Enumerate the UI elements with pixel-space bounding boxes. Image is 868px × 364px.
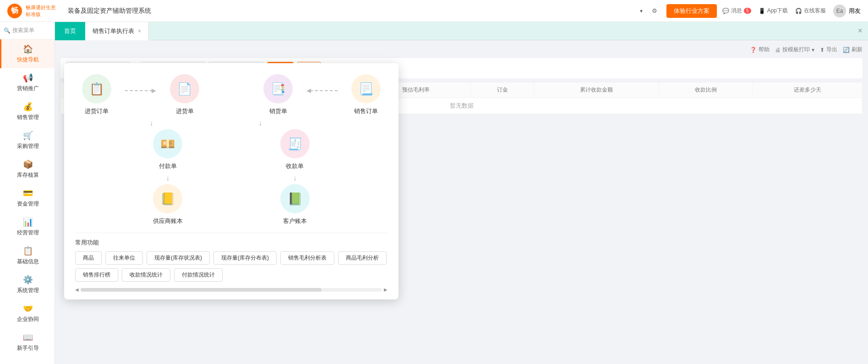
message-badge: 5 (744, 8, 751, 14)
sidebar-item-marketing[interactable]: 📢 营销推广 (0, 68, 55, 97)
logo-icon: 畅 (7, 4, 22, 18)
btn-product-gross[interactable]: 商品毛利分析 (338, 251, 387, 265)
flow-purchase-bill[interactable]: 📄 进货单 (170, 74, 199, 115)
scroll-thumb[interactable] (81, 288, 322, 292)
flow-supplier-ledger[interactable]: 📒 供应商账本 (153, 184, 183, 225)
system-dropdown[interactable]: ▾ (640, 8, 643, 14)
flow-sales-bill[interactable]: 📑 销货单 (263, 74, 293, 115)
flow-label-customer-ledger: 客户账本 (283, 217, 307, 225)
sales-icon: 💰 (23, 102, 33, 112)
tab-bar: 首页 销售订单执行表 × × (55, 22, 868, 40)
operation-icon: 📊 (23, 217, 33, 227)
tab-close-all-button[interactable]: × (857, 26, 868, 36)
flow-label-receipt-bill: 收款单 (286, 162, 304, 170)
page-content: ❓ 帮助 🖨 按模板打印 ▾ ⬆ 导出 🔄 刷新 (55, 40, 868, 364)
logo-area: 畅 畅康通好生意 标准版 (7, 4, 62, 18)
flow-receipt-bill[interactable]: 🧾 收款单 (280, 129, 310, 170)
spacer2 (188, 119, 224, 127)
enterprise-icon: 🤝 (23, 304, 33, 314)
flow-circle-customer-ledger: 📗 (280, 184, 310, 213)
spacer7 (331, 174, 377, 182)
flow-sales-order[interactable]: 📃 销售订单 (351, 74, 381, 115)
system-icon: ⚙️ (23, 275, 33, 285)
home-icon: 🏠 (23, 44, 33, 54)
spacer5 (86, 174, 131, 182)
scroll-left-arrow[interactable]: ◀ (75, 287, 79, 292)
flow-label-purchase-bill: 进货单 (176, 107, 194, 115)
search-menu[interactable]: 🔍 搜索菜单 (0, 22, 55, 39)
arrow-down-purchase: ↓ (137, 119, 166, 127)
sidebar-item-enterprise[interactable]: 🤝 企业协同 (0, 299, 55, 328)
header-right: 💬 消息 5 📱 App下载 🎧 在线客服 Ea 用友 (722, 5, 861, 17)
tab-sales-order[interactable]: 销售订单执行表 × (85, 22, 149, 40)
content-area: 首页 销售订单执行表 × × ❓ 帮助 🖨 按 (55, 22, 868, 364)
sidebar-item-newbie[interactable]: 📖 新手引导 (0, 328, 55, 357)
arrow-purchase-to-bill: ▶ (125, 87, 156, 94)
flow-label-sales-bill: 销货单 (269, 107, 287, 115)
sidebar-item-purchase[interactable]: 🛒 采购管理 (0, 126, 55, 155)
marketing-icon: 📢 (23, 73, 33, 83)
message-icon: 💬 (722, 8, 729, 14)
btn-receipt-stats[interactable]: 收款情况统计 (122, 268, 170, 282)
online-service-button[interactable]: 🎧 在线客服 (795, 7, 826, 15)
scroll-track[interactable] (81, 288, 382, 292)
sidebar-item-quick-nav[interactable]: 🏠 快捷导航 (0, 39, 55, 68)
gear-button[interactable]: ⚙ (648, 5, 661, 17)
avatar: Ea (833, 5, 846, 17)
arrow-down-sales: ↓ (246, 119, 275, 127)
sidebar-item-sales[interactable]: 💰 销售管理 (0, 97, 55, 126)
flow-label-supplier-ledger: 供应商账本 (153, 217, 183, 225)
scroll-right-arrow[interactable]: ▶ (384, 287, 388, 292)
spacer3 (297, 119, 326, 127)
sidebar-item-finance[interactable]: 💳 资金管理 (0, 184, 55, 212)
spacer1 (86, 119, 115, 127)
flow-circle-supplier-ledger: 📒 (153, 184, 182, 213)
system-title: 装备及固定资产辅助管理系统 (68, 7, 634, 15)
arrow-down-receipt: ↓ (280, 174, 310, 182)
flow-purchase-order[interactable]: 📋 进货订单 (82, 74, 111, 115)
sidebar-item-basic-info[interactable]: 📋 基础信息 (0, 241, 55, 270)
sidebar: 🔍 搜索菜单 🏠 快捷导航 📢 营销推广 💰 销售管理 🛒 采购管理 📦 (0, 22, 55, 364)
flow-label-purchase-order: 进货订单 (85, 107, 109, 115)
basic-info-icon: 📋 (23, 246, 33, 256)
tab-home[interactable]: 首页 (55, 22, 85, 40)
flow-circle-payment-bill: 💴 (153, 129, 182, 158)
btn-sales-rank[interactable]: 销售排行榜 (75, 268, 118, 282)
btn-payment-stats[interactable]: 付款情况统计 (174, 268, 223, 282)
btn-stock-status[interactable]: 现存量(库存状况表) (147, 251, 210, 265)
arrow-sales-order-to-bill: ◀ (306, 87, 338, 94)
purchase-icon: 🛒 (23, 130, 33, 141)
service-icon: 🎧 (795, 8, 802, 14)
btn-product[interactable]: 商品 (75, 251, 102, 265)
flow-circle-sales-order: 📃 (351, 74, 381, 103)
sidebar-item-system[interactable]: ⚙️ 系统管理 (0, 270, 55, 299)
flow-label-payment-bill: 付款单 (159, 162, 177, 170)
common-functions-title: 常用功能 (75, 239, 388, 247)
user-area[interactable]: Ea 用友 (833, 5, 861, 17)
sidebar-item-operation[interactable]: 📊 经营管理 (0, 212, 55, 241)
flow-payment-bill[interactable]: 💴 付款单 (153, 129, 182, 170)
flow-circle-sales-bill: 📑 (263, 74, 293, 103)
newbie-icon: 📖 (23, 332, 33, 342)
flow-diagram: 📋 进货订单 ▶ 📄 进货单 (75, 74, 388, 225)
common-buttons-row1: 商品 往来单位 现存量(库存状况表) 现存量(库存分布表) 销售毛利分析表 商品… (75, 251, 388, 265)
btn-customer[interactable]: 往来单位 (105, 251, 143, 265)
btn-sales-gross[interactable]: 销售毛利分析表 (280, 251, 334, 265)
flow-circle-receipt-bill: 🧾 (280, 129, 310, 158)
tab-close-button[interactable]: × (138, 28, 141, 34)
flow-label-sales-order: 销售订单 (354, 107, 378, 115)
finance-icon: 💳 (23, 188, 33, 198)
modal-box: 📋 进货订单 ▶ 📄 进货单 (64, 63, 399, 299)
experience-button[interactable]: 体验行业方案 (666, 4, 717, 18)
flow-circle-purchase-bill: 📄 (170, 74, 199, 103)
btn-stock-dist[interactable]: 现存量(库存分布表) (213, 251, 277, 265)
search-icon: 🔍 (4, 27, 11, 34)
flow-customer-ledger[interactable]: 📗 客户账本 (280, 184, 310, 225)
scroll-bar-area: ◀ ▶ (75, 285, 388, 294)
spacer6 (204, 174, 259, 182)
app-download-button[interactable]: 📱 App下载 (759, 7, 788, 15)
common-functions-section: 常用功能 商品 往来单位 现存量(库存状况表) 现存量(库存分布表) 销售毛利分… (75, 233, 388, 282)
message-button[interactable]: 💬 消息 5 (722, 7, 751, 15)
sidebar-item-inventory[interactable]: 📦 库存核算 (0, 155, 55, 184)
inventory-icon: 📦 (23, 159, 33, 169)
